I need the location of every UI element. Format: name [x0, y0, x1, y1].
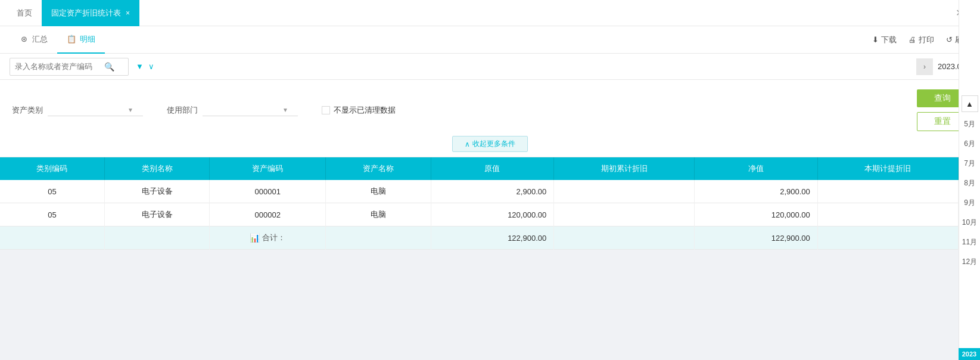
cell-type-code: 05: [0, 203, 104, 226]
cell-net-value: 120,000.00: [695, 203, 817, 226]
total-label-text: 合计：: [262, 232, 285, 243]
tab-summary-label: 汇总: [32, 34, 48, 45]
col-header-net-value: 净值: [695, 157, 817, 180]
print-icon: 🖨: [909, 35, 916, 44]
total-icon: 📊: [250, 233, 260, 243]
sidebar-month-11[interactable]: 11月: [959, 232, 980, 252]
download-label: 下载: [881, 35, 897, 45]
tab-detail-label: 明细: [80, 34, 95, 45]
download-button[interactable]: ⬇ 下载: [872, 35, 897, 45]
search-input-wrap: 🔍: [10, 58, 129, 76]
active-tab[interactable]: 固定资产折旧统计表 ×: [42, 0, 139, 26]
chevron-down-icon: ∨: [148, 62, 154, 71]
total-empty-1: [0, 226, 104, 250]
nav-home[interactable]: 首页: [7, 8, 42, 18]
collapse-button[interactable]: ∧ 收起更多条件: [452, 136, 528, 152]
asset-type-input[interactable]: [50, 105, 127, 114]
cell-type-code: 05: [0, 180, 104, 203]
table-header-row: 类别编码 类别名称 资产编码 资产名称 原值 期初累计折旧 净值 本期计提折旧: [0, 157, 959, 180]
sidebar-month-8[interactable]: 8月: [959, 173, 980, 193]
col-header-asset-code: 资产编码: [210, 157, 326, 180]
cell-type-name: 电子设备: [104, 180, 210, 203]
dept-chevron-icon: ▼: [282, 107, 288, 113]
print-label: 打印: [919, 35, 934, 45]
table-total-row: 📊 合计： 122,900.00 122,900.00: [0, 226, 959, 250]
asset-type-label: 资产类别: [12, 105, 43, 116]
cell-acc-depreciation: [554, 203, 695, 226]
asset-type-chevron-icon: ▼: [127, 107, 133, 113]
search-input[interactable]: [15, 62, 104, 71]
sidebar-month-9[interactable]: 9月: [959, 193, 980, 213]
table-row: 05 电子设备 000002 电脑 120,000.00 120,000.00: [0, 203, 959, 226]
tab-detail[interactable]: 📋 明细: [57, 26, 105, 54]
total-net-value: 122,900.00: [695, 226, 817, 250]
col-header-acc-depreciation: 期初累计折旧: [554, 157, 695, 180]
sidebar-month-5[interactable]: 5月: [959, 114, 980, 134]
collapse-label: 收起更多条件: [472, 139, 515, 149]
total-acc-depreciation: [554, 226, 695, 250]
cell-asset-code: 000002: [210, 203, 326, 226]
cell-net-value: 2,900.00: [695, 180, 817, 203]
col-header-current-depreciation: 本期计提折旧: [817, 157, 958, 180]
sidebar-month-7[interactable]: 7月: [959, 154, 980, 173]
col-header-asset-name: 资产名称: [326, 157, 431, 180]
sidebar-month-12[interactable]: 12月: [959, 252, 980, 272]
col-header-type-code: 类别编码: [0, 157, 104, 180]
print-button[interactable]: 🖨 打印: [909, 35, 934, 45]
sidebar-year[interactable]: 2023: [959, 348, 980, 360]
asset-type-select[interactable]: ▼: [48, 104, 143, 116]
dept-select[interactable]: ▼: [203, 104, 298, 116]
col-header-type-name: 类别名称: [104, 157, 210, 180]
table-row: 05 电子设备 000001 电脑 2,900.00 2,900.00: [0, 180, 959, 203]
total-empty-3: [326, 226, 431, 250]
sidebar-up-button[interactable]: ▲: [962, 95, 978, 112]
chevron-up-icon: ∧: [465, 140, 470, 148]
cell-type-name: 电子设备: [104, 203, 210, 226]
filter-row: 资产类别 ▼ 使用部门 ▼ 不显示已清理数据 查询 重置: [12, 89, 968, 131]
dept-filter: 使用部门 ▼: [167, 104, 298, 116]
cell-asset-name: 电脑: [326, 180, 431, 203]
cell-asset-code: 000001: [210, 180, 326, 203]
expand-arrow-button[interactable]: ›: [916, 58, 933, 75]
col-header-original-value: 原值: [431, 157, 553, 180]
toolbar-actions: ⬇ 下载 🖨 打印 ↺ 刷新: [872, 35, 970, 45]
hide-cleared-label: 不显示已清理数据: [334, 105, 396, 116]
more-filter-button[interactable]: ▼ ∨: [136, 62, 154, 71]
detail-icon: 📋: [67, 35, 76, 44]
asset-type-filter: 资产类别 ▼: [12, 104, 143, 116]
total-original-value: 122,900.00: [431, 226, 553, 250]
filter-icon: ▼: [136, 62, 144, 71]
cell-original-value: 2,900.00: [431, 180, 553, 203]
collapse-row: ∧ 收起更多条件: [12, 131, 968, 152]
tab-summary[interactable]: ⊛ 汇总: [10, 26, 57, 54]
total-empty-2: [104, 226, 210, 250]
filter-panel: 资产类别 ▼ 使用部门 ▼ 不显示已清理数据 查询 重置 ∧ 收起更多条件: [0, 80, 980, 157]
total-label-cell: 📊 合计：: [210, 226, 326, 250]
refresh-icon: ↺: [946, 35, 953, 44]
right-sidebar: ▲ 5月 6月 7月 8月 9月 10月 11月 12月 2023: [959, 0, 980, 360]
cell-current-depreciation: [817, 180, 958, 203]
toolbar: ⊛ 汇总 📋 明细 ⬇ 下载 🖨 打印 ↺ 刷新: [0, 26, 980, 54]
sidebar-month-6[interactable]: 6月: [959, 134, 980, 154]
sidebar-month-10[interactable]: 10月: [959, 213, 980, 232]
dept-input[interactable]: [205, 105, 282, 114]
cell-acc-depreciation: [554, 180, 695, 203]
hide-cleared-checkbox[interactable]: [322, 106, 330, 114]
download-icon: ⬇: [872, 35, 879, 44]
tab-close-icon[interactable]: ×: [126, 9, 130, 17]
hide-cleared-checkbox-wrap[interactable]: 不显示已清理数据: [322, 105, 396, 116]
summary-icon: ⊛: [19, 35, 29, 44]
search-icon: 🔍: [104, 62, 114, 72]
cell-current-depreciation: [817, 203, 958, 226]
data-table: 类别编码 类别名称 资产编码 资产名称 原值 期初累计折旧 净值 本期计提折旧 …: [0, 157, 959, 250]
tab-title: 固定资产折旧统计表: [51, 8, 121, 18]
top-nav: 首页 固定资产折旧统计表 × ✕: [0, 0, 980, 26]
table-wrap: 类别编码 类别名称 资产编码 资产名称 原值 期初累计折旧 净值 本期计提折旧 …: [0, 157, 959, 360]
dept-label: 使用部门: [167, 105, 198, 116]
cell-asset-name: 电脑: [326, 203, 431, 226]
total-current-depreciation: [817, 226, 958, 250]
cell-original-value: 120,000.00: [431, 203, 553, 226]
search-bar: 🔍 ▼ ∨ › 2023.01: [0, 54, 980, 80]
